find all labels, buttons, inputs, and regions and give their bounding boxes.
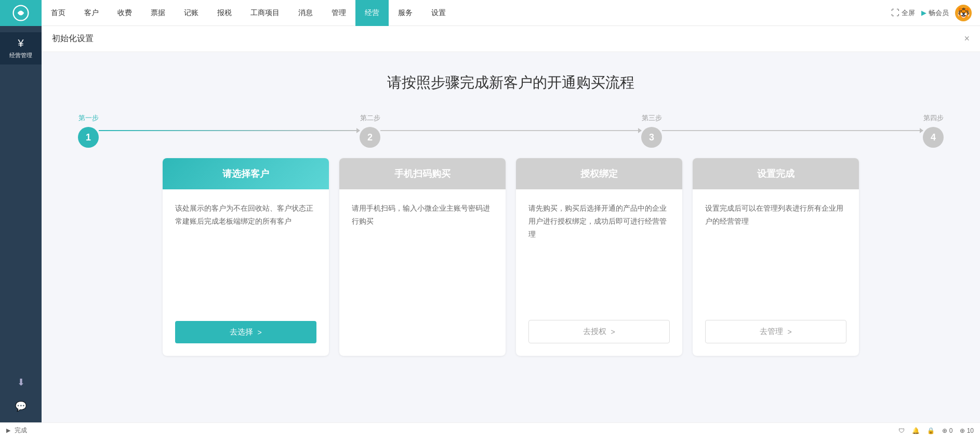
nav-operation[interactable]: 经营: [355, 0, 389, 26]
step-2-label: 第二步: [360, 113, 380, 123]
card-2-body: 请用手机扫码，输入小微企业主账号密码进行购买: [339, 189, 506, 335]
main-area: 初始化设置 × 请按照步骤完成新客户的开通购买流程 第一步 1 第二步 2: [42, 26, 980, 422]
arrow-3: [920, 128, 923, 133]
card-4-footer: 去管理 >: [693, 312, 859, 356]
yen-icon: ¥: [18, 37, 23, 49]
card-1-footer: 去选择 >: [163, 313, 329, 356]
page-header: 初始化设置 ×: [42, 26, 980, 52]
cards-row: 请选择客户 该处展示的客户为不在回收站、客户状态正常建账后完成老板端绑定的所有客…: [62, 158, 959, 356]
fullscreen-button[interactable]: ⛶ 全屏: [891, 8, 915, 18]
card-1-btn-arrow: >: [257, 328, 261, 337]
status-label: 完成: [15, 426, 27, 435]
fullscreen-icon: ⛶: [891, 8, 899, 18]
arrow-2: [638, 128, 642, 133]
card-1-header: 请选择客户: [163, 158, 329, 189]
nav-message[interactable]: 消息: [289, 0, 322, 26]
status-right: 🛡 🔔 🔒 ⊕ 0 ⊕ 10: [898, 427, 974, 434]
play-icon: ▶: [921, 9, 926, 17]
sidebar-support[interactable]: 💬: [0, 395, 42, 417]
bell-icon: 🔔: [912, 427, 920, 434]
step-1-label: 第一步: [78, 113, 99, 123]
nav-items: 首页 客户 收费 票据 记账 报税 工商项目 消息 管理 经营 服务 设置: [42, 0, 891, 26]
play-status-icon: ▶: [6, 427, 10, 434]
sidebar-item-operation[interactable]: ¥ 经营管理: [0, 32, 42, 65]
step-3: 第三步 3: [641, 113, 662, 148]
sidebar-download[interactable]: ⬇: [0, 371, 42, 393]
arrow-1: [356, 128, 360, 133]
connector-3: [662, 130, 923, 131]
card-1: 请选择客户 该处展示的客户为不在回收站、客户状态正常建账后完成老板端绑定的所有客…: [163, 158, 329, 356]
connector-2: [380, 130, 641, 131]
card-4-body: 设置完成后可以在管理列表进行所有企业用户的经营管理: [693, 189, 859, 312]
count-0: ⊕ 0: [942, 427, 952, 434]
step-3-label: 第三步: [642, 113, 662, 123]
card-2: 手机扫码购买 请用手机扫码，输入小微企业主账号密码进行购买: [339, 158, 506, 356]
page-title: 初始化设置: [52, 33, 94, 44]
step-4: 第四步 4: [923, 113, 944, 148]
step-1: 第一步 1: [78, 113, 99, 148]
goto-select-button[interactable]: 去选择 >: [175, 321, 316, 343]
app-logo: [0, 0, 42, 26]
status-left: ▶ 完成: [6, 426, 27, 435]
nav-right: ⛶ 全屏 ▶ 畅会员 🐯: [891, 5, 980, 21]
steps-indicator: 第一步 1 第二步 2 第三步 3: [62, 113, 959, 148]
card-2-footer: [339, 335, 506, 356]
card-3-header: 授权绑定: [516, 158, 682, 189]
card-3-body: 请先购买，购买后选择开通的产品中的企业用户进行授权绑定，成功后即可进行经营管理: [516, 189, 682, 312]
nav-business[interactable]: 工商项目: [241, 0, 289, 26]
lock-icon: 🔒: [927, 427, 935, 434]
card-1-body: 该处展示的客户为不在回收站、客户状态正常建账后完成老板端绑定的所有客户: [163, 189, 329, 313]
content: 请按照步骤完成新客户的开通购买流程 第一步 1 第二步 2 第三步: [42, 52, 980, 366]
step-2-dot: 2: [360, 127, 380, 148]
fullscreen-label: 全屏: [902, 8, 915, 18]
card-3: 授权绑定 请先购买，购买后选择开通的产品中的企业用户进行授权绑定，成功后即可进行…: [516, 158, 682, 356]
nav-bill[interactable]: 票据: [141, 0, 175, 26]
card-3-btn-label: 去授权: [583, 327, 606, 337]
nav-fee[interactable]: 收费: [108, 0, 141, 26]
support-icon: 💬: [15, 401, 27, 412]
nav-customer[interactable]: 客户: [75, 0, 108, 26]
step-2: 第二步 2: [360, 113, 380, 148]
nav-account[interactable]: 记账: [175, 0, 208, 26]
card-3-desc: 请先购买，购买后选择开通的产品中的企业用户进行授权绑定，成功后即可进行经营管理: [528, 202, 670, 241]
nav-home[interactable]: 首页: [42, 0, 75, 26]
card-1-desc: 该处展示的客户为不在回收站、客户状态正常建账后完成老板端绑定的所有客户: [175, 202, 316, 228]
card-4-btn-arrow: >: [787, 328, 791, 336]
content-main-title: 请按照步骤完成新客户的开通购买流程: [62, 73, 959, 93]
nav-manage[interactable]: 管理: [322, 0, 355, 26]
card-3-footer: 去授权 >: [516, 312, 682, 356]
card-4-header: 设置完成: [693, 158, 859, 189]
card-4: 设置完成 设置完成后可以在管理列表进行所有企业用户的经营管理 去管理 >: [693, 158, 859, 356]
card-4-desc: 设置完成后可以在管理列表进行所有企业用户的经营管理: [705, 202, 846, 228]
step-1-dot: 1: [78, 127, 99, 148]
card-1-btn-label: 去选择: [230, 327, 253, 337]
connector-1: [99, 130, 360, 131]
member-button[interactable]: ▶ 畅会员: [921, 8, 949, 18]
nav-service[interactable]: 服务: [389, 0, 422, 26]
download-icon: ⬇: [17, 377, 25, 388]
member-label: 畅会员: [929, 8, 949, 18]
step-4-dot: 4: [923, 127, 944, 148]
card-4-btn-label: 去管理: [760, 327, 783, 337]
sidebar-item-label: 经营管理: [9, 51, 32, 59]
card-3-btn-arrow: >: [611, 328, 615, 336]
card-2-desc: 请用手机扫码，输入小微企业主账号密码进行购买: [352, 202, 493, 228]
step-4-label: 第四步: [923, 113, 944, 123]
nav-tax[interactable]: 报税: [208, 0, 241, 26]
count-10: ⊕ 10: [960, 427, 974, 434]
sidebar: ¥ 经营管理 ⬇ 💬: [0, 26, 42, 422]
goto-auth-button[interactable]: 去授权 >: [528, 320, 670, 343]
shield-icon: 🛡: [898, 427, 905, 434]
avatar[interactable]: 🐯: [955, 5, 972, 21]
status-bar: ▶ 完成 🛡 🔔 🔒 ⊕ 0 ⊕ 10: [0, 422, 980, 438]
sidebar-bottom: ⬇ 💬: [0, 371, 42, 422]
nav-settings[interactable]: 设置: [422, 0, 455, 26]
step-3-dot: 3: [641, 127, 662, 148]
card-2-header: 手机扫码购买: [339, 158, 506, 189]
goto-manage-button[interactable]: 去管理 >: [705, 320, 846, 343]
close-button[interactable]: ×: [964, 33, 970, 44]
